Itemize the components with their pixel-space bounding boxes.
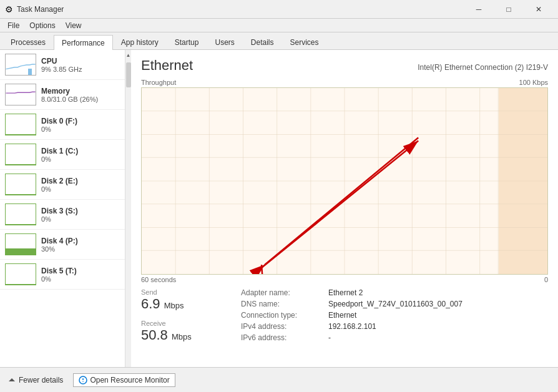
detail-conntype: Connection type: Ethernet: [241, 311, 548, 320]
sidebar-item-disk5[interactable]: Disk 5 (T:) 0%: [0, 260, 125, 290]
disk2-thumbnail: [5, 174, 36, 195]
send-receive-col: Send 6.9 Mbps Receive 50.8 Mbps: [141, 288, 228, 343]
disk1-info: Disk 1 (C:) 0%: [41, 147, 120, 163]
receive-value: 50.8 Mbps: [141, 327, 228, 343]
disk4-info: Disk 4 (P:) 30%: [41, 237, 120, 253]
disk2-value: 0%: [41, 185, 120, 193]
stats-row: Send 6.9 Mbps Receive 50.8 Mbps Adapte: [141, 288, 548, 345]
tab-users[interactable]: Users: [207, 34, 242, 49]
close-button[interactable]: ✕: [524, 0, 553, 19]
ipv6-val: -: [328, 333, 331, 342]
detail-dns: DNS name: Speedport_W_724V_01011603_00_0…: [241, 300, 548, 308]
disk1-value: 0%: [41, 155, 120, 163]
memory-info: Memory 8.0/31.0 GB (26%): [41, 87, 120, 103]
conntype-key: Connection type:: [241, 311, 328, 320]
minimize-button[interactable]: ─: [464, 0, 493, 19]
title-bar-text: Task Manager: [17, 5, 464, 14]
ipv4-key: IPv4 address:: [241, 322, 328, 331]
disk3-label: Disk 3 (S:): [41, 207, 120, 215]
disk5-info: Disk 5 (T:) 0%: [41, 267, 120, 283]
sidebar-wrapper: CPU 9% 3.85 GHz Memory 8.0/31.0 GB (26%): [0, 50, 131, 367]
cpu-value: 9% 3.85 GHz: [41, 66, 120, 73]
title-bar-icon: ⚙: [5, 4, 13, 14]
zero-label: 0: [544, 276, 548, 283]
bottom-bar: Fewer details Open Resource Monitor: [0, 367, 558, 392]
detail-ipv4: IPv4 address: 192.168.2.101: [241, 322, 548, 331]
sidebar-item-memory[interactable]: Memory 8.0/31.0 GB (26%): [0, 80, 125, 110]
fewer-details-button[interactable]: Fewer details: [5, 375, 66, 386]
adapter-val: Ethernet 2: [328, 288, 363, 297]
memory-label: Memory: [41, 87, 120, 96]
tab-app-history[interactable]: App history: [113, 34, 167, 49]
disk0-thumbnail: [5, 114, 36, 135]
disk4-label: Disk 4 (P:): [41, 237, 120, 245]
disk2-info: Disk 2 (E:) 0%: [41, 177, 120, 193]
send-value: 6.9 Mbps: [141, 296, 228, 312]
right-panel: Ethernet Intel(R) Ethernet Connection (2…: [131, 50, 558, 367]
max-label: 100 Kbps: [519, 79, 548, 87]
sidebar-item-disk2[interactable]: Disk 2 (E:) 0%: [0, 170, 125, 200]
open-resource-monitor-button[interactable]: Open Resource Monitor: [73, 373, 175, 387]
sidebar-scrollbar[interactable]: ▲: [125, 50, 131, 367]
dns-key: DNS name:: [241, 300, 328, 308]
cpu-info: CPU 9% 3.85 GHz: [41, 57, 120, 73]
main-content: CPU 9% 3.85 GHz Memory 8.0/31.0 GB (26%): [0, 50, 558, 367]
sidebar-item-cpu[interactable]: CPU 9% 3.85 GHz: [0, 50, 125, 80]
throughput-label: Throughput: [141, 79, 176, 86]
send-label: Send: [141, 288, 228, 296]
throughput-graph: // We'll build the grid via JS after DOM…: [141, 87, 548, 275]
chevron-up-icon: [7, 376, 16, 385]
scroll-thumb[interactable]: [126, 62, 131, 87]
detail-ipv6: IPv6 address: -: [241, 333, 548, 342]
disk3-value: 0%: [41, 215, 120, 223]
ethernet-title: Ethernet: [141, 57, 193, 74]
ipv4-val: 192.168.2.101: [328, 322, 376, 331]
send-stat: Send 6.9 Mbps: [141, 288, 228, 312]
graph-time-label: 60 seconds 0: [141, 276, 548, 283]
cpu-thumbnail: [5, 54, 36, 76]
menu-file[interactable]: File: [2, 20, 24, 31]
sidebar-item-disk1[interactable]: Disk 1 (C:) 0%: [0, 140, 125, 170]
dns-val: Speedport_W_724V_01011603_00_007: [328, 300, 463, 308]
arrow-svg: [142, 88, 547, 274]
disk5-thumbnail: [5, 263, 36, 285]
sidebar-item-disk3[interactable]: Disk 3 (S:) 0%: [0, 200, 125, 230]
disk3-thumbnail: [5, 203, 36, 225]
fewer-details-label: Fewer details: [19, 376, 63, 385]
adapter-key: Adapter name:: [241, 288, 328, 297]
details-table: Adapter name: Ethernet 2 DNS name: Speed…: [241, 288, 548, 345]
receive-stat: Receive 50.8 Mbps: [141, 320, 228, 343]
tab-performance[interactable]: Performance: [54, 35, 113, 50]
resource-monitor-icon: [79, 376, 87, 385]
tab-startup[interactable]: Startup: [167, 34, 207, 49]
cpu-bar: [28, 69, 32, 75]
tab-services[interactable]: Services: [282, 34, 327, 49]
title-bar: ⚙ Task Manager ─ □ ✕: [0, 0, 558, 19]
conntype-val: Ethernet: [328, 311, 356, 320]
tab-details[interactable]: Details: [243, 34, 282, 49]
disk5-value: 0%: [41, 275, 120, 283]
svg-line-22: [265, 137, 418, 265]
memory-value: 8.0/31.0 GB (26%): [41, 96, 120, 103]
disk0-label: Disk 0 (F:): [41, 117, 120, 125]
menu-bar: File Options View: [0, 19, 558, 32]
time-label: 60 seconds: [141, 276, 176, 283]
sidebar-item-disk4[interactable]: Disk 4 (P:) 30%: [0, 230, 125, 260]
disk0-info: Disk 0 (F:) 0%: [41, 117, 120, 133]
ethernet-header: Ethernet Intel(R) Ethernet Connection (2…: [141, 57, 548, 74]
tab-processes[interactable]: Processes: [2, 34, 54, 49]
ethernet-adapter: Intel(R) Ethernet Connection (2) I219-V: [418, 63, 548, 72]
scroll-up-arrow[interactable]: ▲: [125, 50, 132, 60]
disk4-value: 30%: [41, 245, 120, 253]
disk1-label: Disk 1 (C:): [41, 147, 120, 155]
disk1-thumbnail: [5, 144, 36, 165]
menu-view[interactable]: View: [61, 20, 87, 31]
tab-bar: Processes Performance App history Startu…: [0, 32, 558, 50]
menu-options[interactable]: Options: [24, 20, 60, 31]
disk3-info: Disk 3 (S:) 0%: [41, 207, 120, 223]
disk5-label: Disk 5 (T:): [41, 267, 120, 275]
maximize-button[interactable]: □: [494, 0, 523, 19]
disk2-label: Disk 2 (E:): [41, 177, 120, 185]
disk4-thumbnail: [5, 233, 36, 255]
sidebar-item-disk0[interactable]: Disk 0 (F:) 0%: [0, 110, 125, 140]
